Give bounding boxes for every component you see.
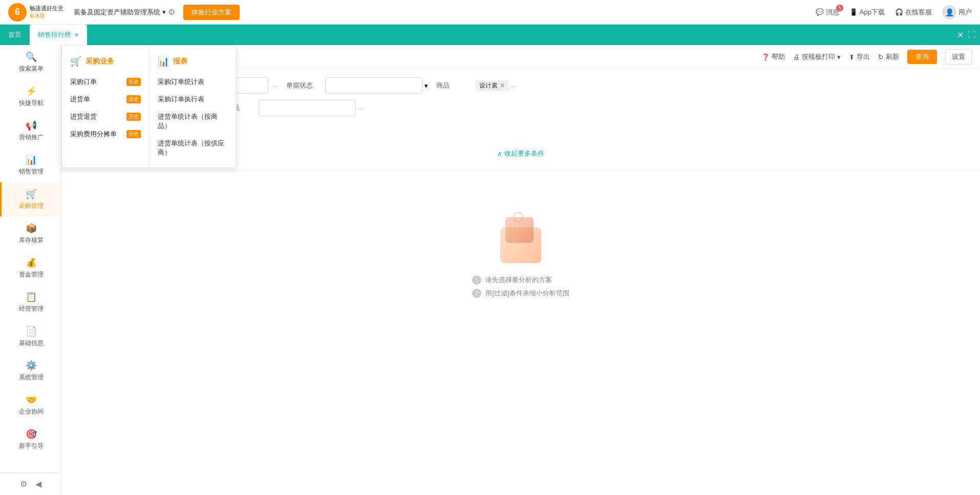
industry-btn[interactable]: 体验行业方案 bbox=[183, 5, 240, 20]
goods-tag: 设计素 ✕ bbox=[475, 80, 509, 91]
purchase-header: 🛒 采购业务 bbox=[62, 52, 149, 73]
report-order-exec-item[interactable]: 采购订单执行表 bbox=[150, 91, 237, 108]
online-service-btn[interactable]: 🎧 在线客服 bbox=[895, 8, 932, 17]
empty-state: 1 请先选择要分析的方案 2 用[过滤]条件来缩小分析范围 bbox=[61, 171, 980, 341]
sidebar-item-finance[interactable]: 💰 资金管理 bbox=[0, 251, 61, 285]
export-btn[interactable]: ⬆ 导出 bbox=[849, 52, 870, 61]
tab-sales-rank[interactable]: 销售排行榜 ✕ bbox=[30, 25, 87, 45]
report-inbound-goods-item[interactable]: 进货单统计表（按商品） bbox=[150, 108, 237, 135]
salesperson-filter-wrap: ··· bbox=[259, 100, 364, 116]
sidebar-item-basic[interactable]: 📄 基础信息 bbox=[0, 319, 61, 354]
tab-close-all: ✕ ⛶ bbox=[957, 30, 976, 40]
purchase-return-badge: 历史 bbox=[126, 113, 141, 121]
dropdown-arrow-icon: ▾ bbox=[162, 8, 166, 16]
refresh-btn[interactable]: ↻ 刷新 bbox=[878, 52, 899, 61]
message-btn[interactable]: 💬 消息 5 bbox=[816, 8, 839, 17]
doc-status-input[interactable] bbox=[325, 77, 422, 94]
doc-status-dropdown-icon: ▾ bbox=[424, 82, 428, 90]
app-download-btn[interactable]: 📱 App下载 bbox=[849, 8, 885, 17]
print-dropdown-icon: ▾ bbox=[837, 53, 841, 61]
goods-ellipsis[interactable]: ··· bbox=[511, 82, 517, 90]
sidebar-collapse-btn[interactable]: ◀ bbox=[33, 477, 44, 491]
sidebar-item-marketing[interactable]: 📢 营销推广 bbox=[0, 114, 61, 148]
collab-icon: 🤝 bbox=[26, 394, 37, 405]
basic-icon: 📄 bbox=[26, 326, 37, 337]
sidebar-bottom: ⚙ ◀ bbox=[0, 472, 61, 495]
finance-icon: 💰 bbox=[26, 257, 37, 268]
logo-text: 畅捷通好生意 bbox=[30, 5, 63, 12]
sidebar-item-purchase[interactable]: 🛒 采购管理 bbox=[0, 182, 61, 217]
settings-btn[interactable]: 设置 bbox=[945, 49, 972, 64]
sidebar-item-inventory[interactable]: 📦 库存核算 bbox=[0, 217, 61, 251]
purchase-inbound-item[interactable]: 进货单 历史 bbox=[62, 91, 149, 108]
sidebar-settings-btn[interactable]: ⚙ bbox=[18, 477, 29, 491]
guide-icon: 🎯 bbox=[26, 428, 37, 440]
dropdown-menu: 🛒 采购业务 采购订单 历史 进货单 历史 进货退货 历史 采购费用分摊单 历史… bbox=[61, 45, 237, 168]
empty-step-2: 2 用[过滤]条件来缩小分析范围 bbox=[472, 287, 569, 300]
print-icon: 🖨 bbox=[793, 53, 800, 61]
sidebar-item-operation[interactable]: 📋 经营管理 bbox=[0, 285, 61, 319]
step-2-num: 2 bbox=[472, 289, 481, 298]
empty-text: 1 请先选择要分析的方案 2 用[过滤]条件来缩小分析范围 bbox=[472, 273, 569, 300]
help-btn[interactable]: ❓ 帮助 bbox=[761, 52, 785, 61]
report-order-stat-item[interactable]: 采购订单统计表 bbox=[150, 73, 237, 91]
marketing-icon: 📢 bbox=[26, 120, 37, 131]
purchase-col: 🛒 采购业务 采购订单 历史 进货单 历史 进货退货 历史 采购费用分摊单 历史 bbox=[62, 46, 150, 167]
sidebar-item-search[interactable]: 🔍 搜索菜单 bbox=[0, 45, 61, 79]
salesperson-input[interactable] bbox=[259, 100, 356, 116]
doc-status-label: 单据状态 bbox=[286, 81, 317, 90]
report-inbound-supplier-item[interactable]: 进货单统计表（按供应商） bbox=[150, 135, 237, 161]
report-col: 📊 报表 采购订单统计表 采购订单执行表 进货单统计表（按商品） 进货单统计表（… bbox=[150, 46, 237, 167]
sidebar-item-collab[interactable]: 🤝 企业协同 bbox=[0, 388, 61, 422]
phone-icon: 📱 bbox=[849, 8, 858, 16]
message-icon: 💬 bbox=[816, 8, 824, 16]
help-icon: ❓ bbox=[761, 53, 770, 61]
export-icon: ⬆ bbox=[849, 53, 855, 61]
purchase-expense-item[interactable]: 采购费用分摊单 历史 bbox=[62, 125, 149, 143]
query-btn[interactable]: 查询 bbox=[907, 50, 937, 64]
purchase-order-badge: 历史 bbox=[126, 78, 141, 86]
system-name[interactable]: 装备及固定资产辅助管理系统 ▾ ⚙ bbox=[74, 7, 175, 17]
print-btn[interactable]: 🖨 按模板打印 ▾ bbox=[793, 52, 841, 61]
goods-label: 商品 bbox=[436, 81, 467, 90]
salesperson-ellipsis[interactable]: ··· bbox=[358, 104, 364, 112]
operation-icon: 📋 bbox=[26, 291, 37, 303]
logo-text-block: 畅捷通好生意 标准版 bbox=[30, 5, 63, 19]
sidebar-item-sales[interactable]: 📊 销售管理 bbox=[0, 148, 61, 182]
collapse-arrow-icon: ∧ bbox=[497, 150, 502, 158]
purchase-return-item[interactable]: 进货退货 历史 bbox=[62, 108, 149, 125]
close-all-icon[interactable]: ✕ bbox=[957, 30, 964, 40]
user-btn[interactable]: 👤 用户 bbox=[942, 5, 972, 19]
sales-icon: 📊 bbox=[26, 154, 37, 165]
report-header-icon: 📊 bbox=[158, 56, 169, 67]
tabbar: 首页 销售排行榜 ✕ ✕ ⛶ bbox=[0, 25, 980, 45]
sidebar: 🔍 搜索菜单 ⚡ 快捷导航 📢 营销推广 📊 销售管理 🛒 采购管理 📦 库存核… bbox=[0, 45, 61, 495]
purchase-inbound-badge: 历史 bbox=[126, 95, 141, 103]
system-icon: ⚙️ bbox=[26, 360, 37, 371]
empty-step-1: 1 请先选择要分析的方案 bbox=[472, 273, 569, 287]
inventory-icon: 📦 bbox=[26, 223, 37, 234]
avatar: 👤 bbox=[942, 5, 956, 19]
topbar: 6 畅捷通好生意 标准版 装备及固定资产辅助管理系统 ▾ ⚙ 体验行业方案 💬 … bbox=[0, 0, 980, 25]
purchase-expense-badge: 历史 bbox=[126, 130, 141, 138]
purchase-icon: 🛒 bbox=[26, 188, 37, 200]
logo-tag: 标准版 bbox=[30, 12, 63, 19]
sidebar-item-guide[interactable]: 🎯 新手引导 bbox=[0, 422, 61, 457]
topbar-right: 💬 消息 5 📱 App下载 🎧 在线客服 👤 用户 bbox=[816, 5, 972, 19]
headset-icon: 🎧 bbox=[895, 8, 903, 16]
logo-icon: 6 bbox=[8, 3, 27, 21]
refresh-icon: ↻ bbox=[878, 53, 884, 61]
sidebar-item-quicknav[interactable]: ⚡ 快捷导航 bbox=[0, 79, 61, 114]
tab-home[interactable]: 首页 bbox=[0, 25, 30, 45]
date-ellipsis[interactable]: ··· bbox=[272, 82, 278, 90]
close-tab-icon[interactable]: ✕ bbox=[74, 32, 79, 38]
maximize-icon[interactable]: ⛶ bbox=[968, 30, 976, 39]
settings-icon[interactable]: ⚙ bbox=[168, 7, 175, 17]
purchase-order-item[interactable]: 采购订单 历史 bbox=[62, 73, 149, 91]
goods-tag-remove[interactable]: ✕ bbox=[500, 82, 505, 89]
sidebar-item-system[interactable]: ⚙️ 系统管理 bbox=[0, 354, 61, 388]
empty-icon-circle bbox=[513, 212, 523, 222]
logo: 6 畅捷通好生意 标准版 bbox=[8, 3, 70, 21]
empty-icon bbox=[490, 212, 551, 263]
doc-status-select[interactable]: ▾ bbox=[325, 77, 428, 94]
